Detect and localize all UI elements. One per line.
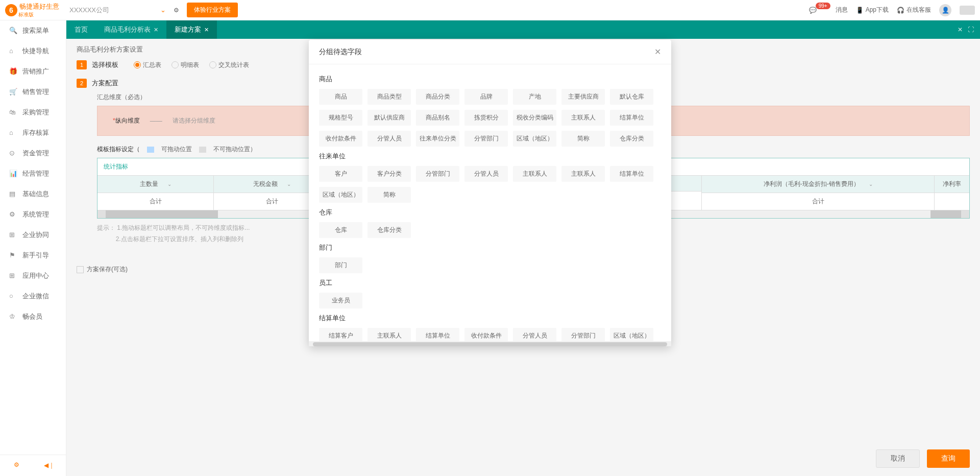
field-section-title: 结算单位 [319, 314, 661, 323]
field-grid: 商品商品类型商品分类品牌产地主要供应商默认仓库规格型号默认供应商商品别名拣货积分… [319, 89, 661, 147]
field-chip[interactable]: 结算单位 [416, 328, 459, 341]
field-chip[interactable]: 商品分类 [416, 89, 459, 105]
field-chip[interactable]: 分管人员 [368, 131, 411, 147]
field-chip[interactable]: 主联系人 [513, 166, 556, 182]
field-chip[interactable]: 业务员 [319, 293, 362, 308]
field-chip[interactable]: 简称 [561, 131, 605, 147]
modal-header: 分组待选字段 ✕ [309, 40, 671, 64]
field-section-4: 员工业务员 [319, 278, 661, 308]
field-chip[interactable]: 部门 [319, 257, 362, 273]
modal-overlay: 分组待选字段 ✕ 商品商品商品类型商品分类品牌产地主要供应商默认仓库规格型号默认… [0, 0, 980, 476]
field-chip[interactable]: 商品类型 [368, 89, 411, 105]
field-chip[interactable]: 结算单位 [610, 166, 653, 182]
field-chip[interactable]: 结算客户 [319, 328, 362, 341]
field-section-title: 员工 [319, 278, 661, 288]
field-grid: 仓库仓库分类 [319, 222, 661, 238]
field-chip[interactable]: 分管部门 [561, 328, 605, 341]
field-chip[interactable]: 区域（地区） [513, 131, 556, 147]
field-section-1: 往来单位客户客户分类分管部门分管人员主联系人主联系人结算单位区域（地区）简称 [319, 152, 661, 203]
field-grid: 业务员 [319, 293, 661, 308]
field-section-title: 商品 [319, 75, 661, 84]
field-chip[interactable]: 主联系人 [561, 110, 605, 126]
field-grid: 客户客户分类分管部门分管人员主联系人主联系人结算单位区域（地区）简称 [319, 166, 661, 203]
modal-body: 商品商品商品类型商品分类品牌产地主要供应商默认仓库规格型号默认供应商商品别名拣货… [309, 64, 671, 341]
field-chip[interactable]: 收付款条件 [464, 328, 508, 341]
field-chip[interactable]: 规格型号 [319, 110, 362, 126]
field-chip[interactable]: 主联系人 [368, 328, 411, 341]
field-chip[interactable]: 税收分类编码 [513, 110, 556, 126]
field-chip[interactable]: 往来单位分类 [416, 131, 459, 147]
field-chip[interactable]: 区域（地区） [319, 187, 362, 203]
modal-title: 分组待选字段 [319, 47, 362, 57]
field-chip[interactable]: 产地 [513, 89, 556, 105]
field-chip[interactable]: 分管部门 [416, 166, 459, 182]
field-chip[interactable]: 仓库分类 [368, 222, 411, 238]
field-chip[interactable]: 默认供应商 [368, 110, 411, 126]
field-chip[interactable]: 分管人员 [464, 166, 508, 182]
field-chip[interactable]: 客户分类 [368, 166, 411, 182]
field-section-title: 部门 [319, 243, 661, 252]
modal-close-button[interactable]: ✕ [654, 47, 661, 57]
field-grid: 结算客户主联系人结算单位收付款条件分管人员分管部门区域（地区）简称 [319, 328, 661, 341]
field-chip[interactable]: 商品别名 [416, 110, 459, 126]
field-chip[interactable]: 主要供应商 [561, 89, 605, 105]
modal-horizontal-scrollbar[interactable] [309, 341, 671, 346]
field-chip[interactable]: 商品 [319, 89, 362, 105]
field-chip[interactable]: 结算单位 [610, 110, 653, 126]
field-chip[interactable]: 拣货积分 [464, 110, 508, 126]
field-chip[interactable]: 默认仓库 [610, 89, 653, 105]
field-chip[interactable]: 分管部门 [464, 131, 508, 147]
field-chip[interactable]: 主联系人 [561, 166, 605, 182]
field-chip[interactable]: 品牌 [464, 89, 508, 105]
field-section-0: 商品商品商品类型商品分类品牌产地主要供应商默认仓库规格型号默认供应商商品别名拣货… [319, 75, 661, 147]
field-selector-modal: 分组待选字段 ✕ 商品商品商品类型商品分类品牌产地主要供应商默认仓库规格型号默认… [309, 40, 671, 346]
field-chip[interactable]: 区域（地区） [610, 328, 653, 341]
field-chip[interactable]: 分管人员 [513, 328, 556, 341]
modal-scrollbar-thumb[interactable] [313, 342, 667, 346]
field-chip[interactable]: 仓库分类 [610, 131, 653, 147]
field-section-title: 仓库 [319, 208, 661, 217]
field-chip[interactable]: 收付款条件 [319, 131, 362, 147]
field-chip[interactable]: 仓库 [319, 222, 362, 238]
field-chip[interactable]: 简称 [368, 187, 411, 203]
field-section-2: 仓库仓库仓库分类 [319, 208, 661, 238]
field-section-3: 部门部门 [319, 243, 661, 273]
field-grid: 部门 [319, 257, 661, 273]
field-section-title: 往来单位 [319, 152, 661, 161]
field-chip[interactable]: 客户 [319, 166, 362, 182]
field-section-5: 结算单位结算客户主联系人结算单位收付款条件分管人员分管部门区域（地区）简称 [319, 314, 661, 341]
